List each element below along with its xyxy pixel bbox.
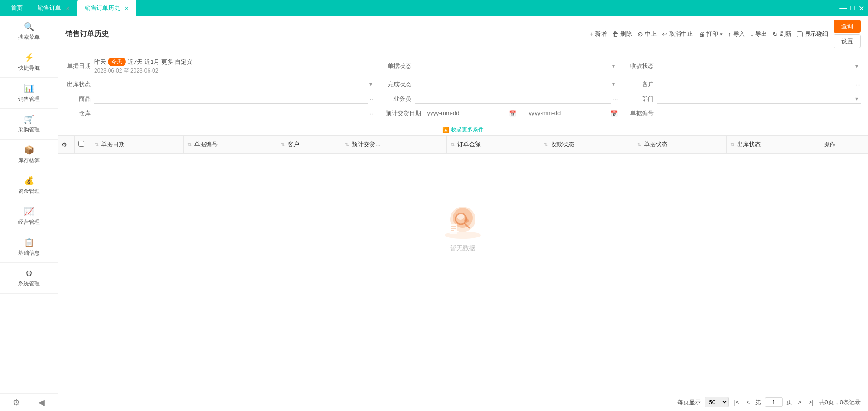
delivery-start-input[interactable] bbox=[425, 108, 509, 118]
customer-more-icon[interactable]: ··· bbox=[856, 81, 861, 88]
warehouse-more-icon[interactable]: ··· bbox=[370, 110, 375, 117]
select-all-checkbox[interactable] bbox=[78, 141, 84, 147]
home-tab-label: 首页 bbox=[11, 4, 23, 12]
add-button[interactable]: + 新增 bbox=[590, 30, 607, 38]
set-button[interactable]: 设置 bbox=[834, 34, 861, 48]
sales-order-history-tab-label: 销售订单历史 bbox=[85, 4, 120, 12]
salesman-more-icon[interactable]: ··· bbox=[613, 96, 618, 102]
collapse-more-conditions[interactable]: 🔼 收起更多条件 bbox=[58, 124, 868, 136]
table-checkbox-col[interactable] bbox=[74, 136, 91, 154]
calendar-end-icon[interactable]: 📅 bbox=[610, 110, 618, 117]
display-cols-checkbox[interactable] bbox=[797, 31, 803, 37]
page-number-input[interactable] bbox=[765, 397, 783, 407]
sidebar-item-quick-nav[interactable]: ⚡ 快捷导航 bbox=[0, 47, 58, 78]
system-icon: ⚙ bbox=[25, 268, 33, 278]
delivery-end-input[interactable] bbox=[526, 108, 610, 118]
collapse-sidebar-icon[interactable]: ◀ bbox=[38, 397, 45, 407]
col-delivery-sort-icon: ⇅ bbox=[345, 142, 349, 147]
complete-select[interactable]: ▾ bbox=[415, 80, 618, 89]
query-button[interactable]: 查询 bbox=[834, 20, 861, 33]
first-page-button[interactable]: |< bbox=[732, 398, 741, 406]
sales-order-tab-label: 销售订单 bbox=[38, 4, 61, 12]
tab-home[interactable]: 首页 bbox=[4, 0, 30, 16]
date-7days[interactable]: 近7天 bbox=[128, 58, 143, 66]
import-button[interactable]: ↑ 导入 bbox=[728, 30, 745, 38]
filter-row-4: 仓库 ··· 预计交货日期 📅 — 📅 单据编号 bbox=[65, 108, 861, 118]
sidebar-label-finance: 资金管理 bbox=[18, 188, 40, 195]
col-date-label: 单据日期 bbox=[101, 141, 125, 148]
col-order-no[interactable]: ⇅ 单据编号 bbox=[184, 136, 277, 154]
date-custom[interactable]: 自定义 bbox=[175, 58, 192, 66]
close-sales-order-tab[interactable]: ✕ bbox=[66, 5, 70, 11]
refresh-button[interactable]: ↻ 刷新 bbox=[772, 30, 791, 38]
close-icon[interactable]: ✕ bbox=[858, 4, 864, 13]
payment-status-label: 收款状态 bbox=[628, 62, 654, 70]
last-page-button[interactable]: >| bbox=[807, 398, 815, 406]
stop-button[interactable]: ⊘ 中止 bbox=[638, 30, 657, 38]
col-payment-status[interactable]: ⇅ 收款状态 bbox=[540, 136, 633, 154]
date-1month[interactable]: 近1月 bbox=[144, 58, 159, 66]
date-filter: 单据日期 昨天 今天 近7天 近1月 更多 自定义 2023-06-02 至 2… bbox=[65, 58, 375, 75]
complete-status-filter: 完成状态 ▾ bbox=[386, 80, 618, 89]
export-button[interactable]: ↓ 导出 bbox=[750, 30, 767, 38]
sidebar-item-search[interactable]: 🔍 搜索菜单 bbox=[0, 16, 58, 47]
sidebar-item-purchase[interactable]: 🛒 采购管理 bbox=[0, 109, 58, 140]
close-sales-order-history-tab[interactable]: ✕ bbox=[125, 5, 129, 11]
sidebar-item-inventory[interactable]: 📦 库存核算 bbox=[0, 140, 58, 170]
date-more[interactable]: 更多 bbox=[161, 58, 173, 66]
goods-input[interactable] bbox=[94, 94, 368, 104]
outbound-select[interactable]: ▾ bbox=[94, 80, 375, 89]
empty-text: 暂无数据 bbox=[450, 244, 475, 252]
col-outbound-status[interactable]: ⇅ 出库状态 bbox=[727, 136, 820, 154]
col-amount-label: 订单金额 bbox=[457, 141, 481, 148]
delete-button[interactable]: 🗑 删除 bbox=[612, 30, 632, 38]
table-body: 暂无数据 bbox=[58, 154, 868, 298]
col-payment-label: 收款状态 bbox=[551, 141, 574, 148]
date-today-active[interactable]: 今天 bbox=[108, 58, 126, 66]
next-page-button[interactable]: > bbox=[796, 398, 803, 406]
refresh-icon: ↻ bbox=[772, 30, 778, 38]
sidebar-item-system[interactable]: ⚙ 系统管理 bbox=[0, 263, 58, 294]
date-range-display: 2023-06-02 至 2023-06-02 bbox=[94, 67, 375, 75]
export-label: 导出 bbox=[755, 30, 767, 38]
sidebar-label-purchase: 采购管理 bbox=[18, 126, 40, 134]
col-order-status[interactable]: ⇅ 单据状态 bbox=[633, 136, 727, 154]
import-label: 导入 bbox=[733, 30, 745, 38]
customer-input[interactable] bbox=[657, 79, 854, 89]
sales-icon: 📊 bbox=[24, 83, 34, 93]
display-cols-toggle[interactable]: 显示碰细 bbox=[797, 30, 828, 38]
salesman-input[interactable] bbox=[415, 94, 611, 104]
table-settings-col[interactable]: ⚙ bbox=[58, 136, 74, 154]
filter-area: 单据日期 昨天 今天 近7天 近1月 更多 自定义 2023-06-02 至 2… bbox=[58, 52, 868, 124]
stop-icon: ⊘ bbox=[638, 30, 643, 38]
cancel-stop-button[interactable]: ↩ 取消中止 bbox=[662, 30, 693, 38]
order-no-filter: 单据编号 bbox=[628, 108, 861, 118]
sidebar-item-finance[interactable]: 💰 资金管理 bbox=[0, 170, 58, 201]
payment-status-select[interactable]: ▾ bbox=[657, 62, 861, 71]
date-yesterday[interactable]: 昨天 bbox=[94, 58, 106, 66]
warehouse-input[interactable] bbox=[94, 108, 368, 118]
col-delivery[interactable]: ⇅ 预计交货... bbox=[341, 136, 447, 154]
settings-bottom-icon[interactable]: ⚙ bbox=[13, 397, 20, 407]
order-status-select[interactable]: ▾ bbox=[415, 62, 618, 71]
order-no-input[interactable] bbox=[657, 108, 861, 118]
tab-sales-order[interactable]: 销售订单 ✕ bbox=[30, 0, 77, 16]
sidebar-item-management[interactable]: 📈 经营管理 bbox=[0, 201, 58, 232]
col-amount[interactable]: ⇅ 订单金额 bbox=[447, 136, 540, 154]
col-date[interactable]: ⇅ 单据日期 bbox=[91, 136, 184, 154]
sidebar-item-basic-info[interactable]: 📋 基础信息 bbox=[0, 232, 58, 263]
goods-more-icon[interactable]: ··· bbox=[370, 96, 375, 102]
minimize-icon[interactable]: — bbox=[839, 4, 847, 13]
col-customer[interactable]: ⇅ 客户 bbox=[277, 136, 341, 154]
per-page-select[interactable]: 10 20 50 100 bbox=[705, 397, 729, 407]
dept-select[interactable]: ▾ bbox=[657, 94, 861, 104]
calendar-start-icon[interactable]: 📅 bbox=[509, 110, 516, 117]
tab-sales-order-history[interactable]: 销售订单历史 ✕ bbox=[77, 0, 136, 16]
prev-page-button[interactable]: < bbox=[744, 398, 752, 406]
customer-label: 客户 bbox=[628, 80, 654, 88]
sidebar-item-sales[interactable]: 📊 销售管理 bbox=[0, 78, 58, 109]
maximize-icon[interactable]: □ bbox=[850, 4, 855, 13]
goods-filter: 商品 ··· bbox=[65, 94, 375, 104]
print-button[interactable]: 🖨 打印 ▾ bbox=[698, 30, 723, 38]
col-amount-sort-icon: ⇅ bbox=[451, 142, 455, 147]
